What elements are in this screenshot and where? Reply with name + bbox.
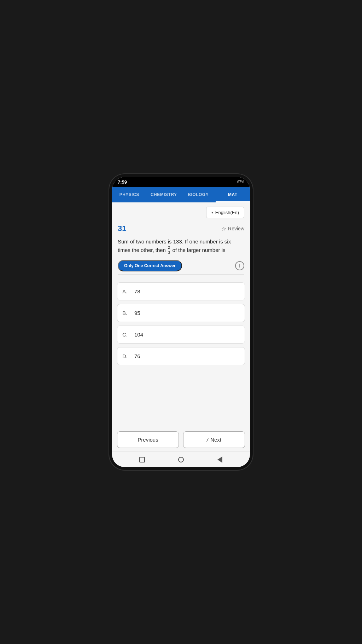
- time-display: 7:59: [118, 179, 127, 185]
- option-d-value: 76: [134, 353, 140, 359]
- answer-type-badge[interactable]: Only One Correct Answer: [118, 260, 182, 271]
- fraction: 2 3: [167, 247, 172, 253]
- option-c-value: 104: [134, 332, 143, 338]
- option-c[interactable]: C. 104: [117, 326, 245, 344]
- options-area: A. 78 B. 95 C. 104 D. 76: [112, 282, 250, 365]
- question-area: 31 ☆ Review Sum of two numbers is 133. I…: [112, 221, 250, 282]
- fraction-denominator: 3: [168, 250, 170, 254]
- phone-frame: 7:59 67% PHYSICS CHEMISTRY BIOLOGY MAT ▾…: [112, 177, 250, 467]
- back-nav-icon[interactable]: [216, 456, 224, 464]
- next-slash-icon: /: [207, 437, 208, 443]
- question-text: Sum of two numbers is 133. If one number…: [118, 237, 244, 255]
- divider: [118, 274, 244, 275]
- tab-biology[interactable]: BIOLOGY: [181, 187, 216, 202]
- tab-bar: PHYSICS CHEMISTRY BIOLOGY MAT: [112, 187, 250, 202]
- option-a-value: 78: [134, 288, 140, 294]
- tab-physics[interactable]: PHYSICS: [112, 187, 147, 202]
- review-label: Review: [228, 226, 244, 231]
- star-icon: ☆: [221, 225, 226, 232]
- option-d-letter: D.: [122, 353, 129, 359]
- question-number: 31: [118, 224, 126, 233]
- info-icon[interactable]: i: [235, 261, 244, 270]
- android-nav-bar: [112, 452, 250, 467]
- language-selector[interactable]: ▾ English(En): [206, 207, 244, 218]
- tab-chemistry[interactable]: CHEMISTRY: [147, 187, 181, 202]
- chevron-down-icon: ▾: [211, 211, 213, 214]
- nav-area: Previous / Next: [112, 426, 250, 452]
- square-nav-icon[interactable]: [138, 456, 146, 464]
- language-row: ▾ English(En): [112, 202, 250, 221]
- language-label: English(En): [215, 210, 239, 215]
- option-b-letter: B.: [122, 310, 129, 316]
- option-c-letter: C.: [122, 332, 129, 338]
- option-b[interactable]: B. 95: [117, 304, 245, 322]
- option-a[interactable]: A. 78: [117, 282, 245, 300]
- question-text-part2: of the larger number is: [172, 247, 225, 253]
- main-content: ▾ English(En) 31 ☆ Review Sum of two num…: [112, 202, 250, 452]
- next-button[interactable]: / Next: [183, 431, 245, 448]
- home-nav-icon[interactable]: [177, 456, 185, 464]
- fraction-numerator: 2: [168, 245, 170, 250]
- review-button[interactable]: ☆ Review: [221, 225, 244, 232]
- status-bar: 7:59 67%: [112, 177, 250, 187]
- next-label: Next: [210, 437, 221, 443]
- status-icons: 67%: [237, 180, 244, 184]
- option-b-value: 95: [134, 310, 140, 316]
- badge-row: Only One Correct Answer i: [118, 260, 244, 271]
- question-header: 31 ☆ Review: [118, 224, 244, 233]
- tab-math[interactable]: MAT: [216, 187, 250, 202]
- option-d[interactable]: D. 76: [117, 347, 245, 365]
- battery-level: 67%: [237, 180, 244, 184]
- previous-button[interactable]: Previous: [117, 431, 179, 448]
- option-a-letter: A.: [122, 288, 129, 294]
